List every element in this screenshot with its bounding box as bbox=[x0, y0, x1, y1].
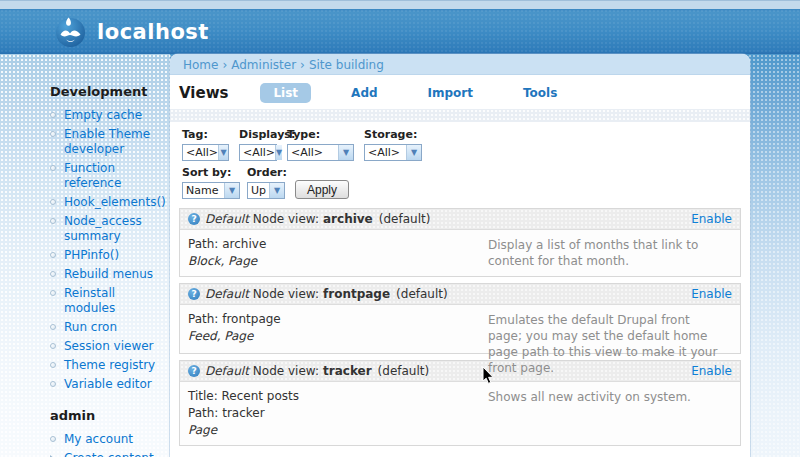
filter-row-1: Tag: <All>▼ Displays: <All>▼ Type: <All>… bbox=[182, 128, 741, 161]
site-name-link[interactable]: localhost bbox=[97, 20, 209, 44]
sort-filter: Sort by: Name▼ bbox=[182, 166, 240, 199]
view-type-badge: Default bbox=[205, 212, 249, 226]
type-filter: Type: <All>▼ bbox=[287, 128, 354, 161]
drupal-admin-page: localhost Development Empty cache Enable… bbox=[0, 0, 800, 457]
leaf-bullet-icon bbox=[50, 131, 56, 137]
leaf-bullet-icon bbox=[50, 324, 56, 330]
filter-row-2: Sort by: Name▼ Order: Up▼ Apply bbox=[182, 166, 741, 199]
sidebar-item-session-viewer[interactable]: Session viewer bbox=[50, 339, 162, 354]
view-row-archive: ? Default Node view: archive (default) E… bbox=[179, 208, 741, 277]
order-select[interactable]: Up▼ bbox=[247, 182, 285, 199]
displays-filter: Displays: <All>▼ bbox=[239, 128, 277, 161]
sidebar-item-reinstall-modules[interactable]: Reinstall modules bbox=[50, 286, 162, 316]
leaf-bullet-icon bbox=[50, 290, 56, 296]
leaf-bullet-icon bbox=[50, 362, 56, 368]
view-name: archive bbox=[323, 212, 373, 226]
page-background: Development Empty cache Enable Theme dev… bbox=[0, 54, 800, 457]
view-name: tracker bbox=[323, 364, 372, 378]
chevron-down-icon: ▼ bbox=[269, 183, 284, 198]
sidebar-item-theme-registry[interactable]: Theme registry bbox=[50, 358, 162, 373]
leaf-bullet-icon bbox=[50, 199, 56, 205]
view-description: Shows all new activity on system. bbox=[488, 389, 726, 405]
tab-list[interactable]: List bbox=[260, 83, 311, 103]
breadcrumb-separator: › bbox=[300, 58, 305, 72]
help-icon[interactable]: ? bbox=[188, 213, 200, 225]
breadcrumb-separator: › bbox=[222, 58, 227, 72]
enable-link[interactable]: Enable bbox=[691, 212, 732, 226]
sidebar-item-run-cron[interactable]: Run cron bbox=[50, 320, 162, 335]
sidebar-item-hook-elements[interactable]: Hook_elements() bbox=[50, 195, 162, 210]
sidebar: Development Empty cache Enable Theme dev… bbox=[0, 54, 170, 457]
sidebar-item-empty-cache[interactable]: Empty cache bbox=[50, 108, 162, 123]
drupal-logo-icon[interactable] bbox=[55, 16, 86, 47]
enable-link[interactable]: Enable bbox=[691, 287, 732, 301]
chevron-down-icon: ▼ bbox=[406, 145, 421, 160]
apply-button[interactable]: Apply bbox=[295, 180, 349, 199]
admin-menu: My account Create content Administer Con… bbox=[50, 432, 162, 457]
order-filter: Order: Up▼ bbox=[247, 166, 285, 199]
leaf-bullet-icon bbox=[50, 436, 56, 442]
sidebar-heading-development: Development bbox=[50, 84, 162, 99]
filters: Tag: <All>▼ Displays: <All>▼ Type: <All>… bbox=[179, 128, 741, 199]
leaf-bullet-icon bbox=[50, 165, 56, 171]
tag-filter: Tag: <All>▼ bbox=[182, 128, 229, 161]
view-name: frontpage bbox=[323, 287, 390, 301]
help-icon[interactable]: ? bbox=[188, 365, 200, 377]
view-kind: Node view: bbox=[253, 212, 319, 226]
storage-label: Storage: bbox=[364, 128, 422, 141]
storage-filter: Storage: <All>▼ bbox=[364, 128, 422, 161]
chevron-down-icon: ▼ bbox=[275, 145, 282, 160]
help-icon[interactable]: ? bbox=[188, 288, 200, 300]
tab-import[interactable]: Import bbox=[418, 83, 483, 103]
chevron-down-icon: ▼ bbox=[224, 183, 239, 198]
view-suffix: (default) bbox=[379, 212, 431, 226]
breadcrumb-administer-link[interactable]: Administer bbox=[231, 58, 296, 72]
tag-select[interactable]: <All>▼ bbox=[182, 144, 229, 161]
view-displays: Page bbox=[188, 422, 732, 439]
chevron-down-icon: ▼ bbox=[338, 145, 353, 160]
leaf-bullet-icon bbox=[50, 271, 56, 277]
sidebar-item-node-access-summary[interactable]: Node_access summary bbox=[50, 214, 162, 244]
page-title: Views bbox=[179, 84, 228, 102]
displays-select[interactable]: <All>▼ bbox=[239, 144, 277, 161]
panel-body: Views List Add Import Tools Tag: <All>▼ bbox=[170, 81, 750, 457]
view-description: Display a list of months that link to co… bbox=[488, 237, 726, 269]
view-type-badge: Default bbox=[205, 364, 249, 378]
sort-by-label: Sort by: bbox=[182, 166, 240, 179]
view-kind: Node view: bbox=[253, 287, 319, 301]
development-menu: Empty cache Enable Theme developer Funct… bbox=[50, 108, 162, 392]
view-row-frontpage: ? Default Node view: frontpage (default)… bbox=[179, 283, 741, 354]
site-header: localhost bbox=[0, 9, 800, 54]
sidebar-item-function-reference[interactable]: Function reference bbox=[50, 161, 162, 191]
breadcrumb: Home›Administer›Site building bbox=[170, 54, 750, 75]
tab-add[interactable]: Add bbox=[341, 83, 387, 103]
breadcrumb-site-building-link[interactable]: Site building bbox=[309, 58, 384, 72]
leaf-bullet-icon bbox=[50, 343, 56, 349]
leaf-bullet-icon bbox=[50, 112, 56, 118]
leaf-bullet-icon bbox=[50, 252, 56, 258]
type-label: Type: bbox=[287, 128, 354, 141]
sidebar-item-enable-theme-developer[interactable]: Enable Theme developer bbox=[50, 127, 162, 157]
view-row-header: ? Default Node view: frontpage (default)… bbox=[180, 284, 740, 305]
view-row-header: ? Default Node view: archive (default) E… bbox=[180, 209, 740, 230]
sidebar-item-rebuild-menus[interactable]: Rebuild menus bbox=[50, 267, 162, 282]
breadcrumb-home-link[interactable]: Home bbox=[183, 58, 218, 72]
top-strip bbox=[0, 0, 800, 9]
chevron-down-icon: ▼ bbox=[218, 145, 228, 160]
type-select[interactable]: <All>▼ bbox=[287, 144, 354, 161]
sidebar-item-phpinfo[interactable]: PHPinfo() bbox=[50, 248, 162, 263]
order-label: Order: bbox=[247, 166, 285, 179]
view-suffix: (default) bbox=[378, 364, 430, 378]
sort-by-select[interactable]: Name▼ bbox=[182, 182, 240, 199]
title-row: Views List Add Import Tools bbox=[179, 81, 741, 105]
view-row-body: Path: archive Block, Page Display a list… bbox=[180, 230, 740, 276]
view-row-body: Path: frontpage Feed, Page Emulates the … bbox=[180, 305, 740, 353]
view-description: Emulates the default Drupal front page; … bbox=[488, 312, 726, 376]
view-kind: Node view: bbox=[253, 364, 319, 378]
tab-tools[interactable]: Tools bbox=[513, 83, 567, 103]
leaf-bullet-icon bbox=[50, 381, 56, 387]
sidebar-item-variable-editor[interactable]: Variable editor bbox=[50, 377, 162, 392]
storage-select[interactable]: <All>▼ bbox=[364, 144, 422, 161]
sidebar-item-create-content[interactable]: Create content bbox=[50, 451, 162, 457]
sidebar-item-my-account[interactable]: My account bbox=[50, 432, 162, 447]
